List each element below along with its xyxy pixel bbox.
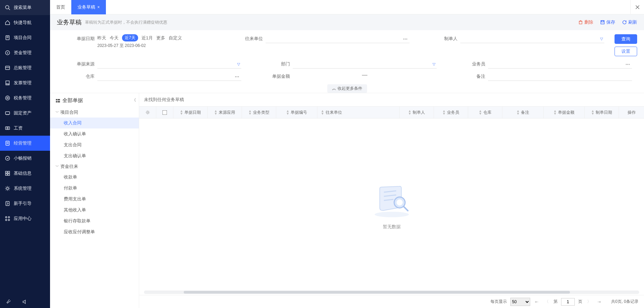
svg-rect-14: [5, 127, 10, 130]
sidebar-item-asset[interactable]: 固定资产: [0, 106, 50, 121]
filter-label-maker: 制单人: [420, 34, 458, 42]
category-item-payment[interactable]: 付款单: [50, 183, 139, 194]
close-icon[interactable]: ×: [97, 5, 100, 10]
svg-rect-7: [5, 66, 10, 70]
category-item-ar-ap-adjust[interactable]: 应收应付调整单: [50, 226, 139, 237]
sidebar-item-base-info[interactable]: 基础信息: [0, 166, 50, 181]
category-item-expense[interactable]: 费用支出单: [50, 194, 139, 205]
date-chip-custom[interactable]: 自定义: [169, 35, 182, 41]
sidebar-item-contract[interactable]: 项目合同: [0, 30, 50, 45]
more-icon[interactable]: ⋯: [625, 62, 631, 67]
date-chip-today[interactable]: 今天: [110, 35, 119, 41]
sidebar-item-label: 发票管理: [14, 80, 32, 86]
select-all-checkbox[interactable]: [156, 107, 173, 118]
column-header[interactable]: ▲▼制单人: [400, 107, 434, 118]
sort-icon: ▲▼: [286, 110, 290, 115]
chevron-down-icon[interactable]: ▽: [600, 37, 603, 41]
more-icon[interactable]: ⋯: [235, 74, 240, 79]
close-all-button[interactable]: [630, 0, 644, 14]
column-settings-button[interactable]: [139, 107, 156, 118]
category-item-expense-confirm[interactable]: 支出确认单: [50, 150, 139, 161]
chevron-down-icon[interactable]: ▽: [433, 62, 435, 66]
date-chip-1month[interactable]: 近1月: [142, 35, 153, 41]
prev-page-button[interactable]: 〈: [543, 299, 550, 305]
collapse-filters-button[interactable]: ︽ 收起更多条件: [327, 84, 367, 93]
horizontal-scrollbar[interactable]: [139, 289, 644, 295]
filter-label-remark: 备注: [448, 72, 485, 79]
amount-value: —: [293, 72, 437, 78]
sidebar-item-guide[interactable]: 新手引导: [0, 196, 50, 211]
per-page-select[interactable]: 50: [510, 298, 530, 306]
refresh-button[interactable]: 刷新: [622, 19, 637, 25]
column-header[interactable]: ▲▼制单日期: [585, 107, 619, 118]
source-input[interactable]: [97, 60, 241, 69]
tool-icon[interactable]: [6, 299, 12, 305]
category-item-income-confirm[interactable]: 收入确认单: [50, 128, 139, 139]
column-header[interactable]: ▲▼业务员: [434, 107, 468, 118]
tab-draft[interactable]: 业务草稿 ×: [71, 0, 106, 14]
column-header[interactable]: ▲▼来源应用: [208, 107, 242, 118]
date-chip-more[interactable]: 更多: [156, 35, 165, 41]
query-button[interactable]: 查询: [615, 34, 637, 44]
partner-input[interactable]: [266, 34, 410, 43]
date-chip-yesterday[interactable]: 昨天: [97, 35, 106, 41]
sidebar-item-salary[interactable]: 工资: [0, 121, 50, 136]
sidebar-item-fund[interactable]: ¥ 资金管理: [0, 45, 50, 60]
chevron-down-icon: ﹀: [56, 110, 59, 115]
svg-point-15: [7, 127, 8, 129]
tab-home[interactable]: 首页: [50, 0, 71, 14]
column-header[interactable]: ▲▼业务类型: [242, 107, 276, 118]
sidebar-item-invoice[interactable]: 发票管理: [0, 75, 50, 90]
category-item-income-contract[interactable]: 收入合同: [50, 118, 139, 128]
chevron-down-icon[interactable]: ▽: [237, 62, 240, 66]
category-item-bank-transfer[interactable]: 银行存取款单: [50, 215, 139, 226]
category-item-other-income[interactable]: 其他收入单: [50, 205, 139, 215]
delete-button[interactable]: 删除: [578, 19, 593, 25]
sidebar-item-system[interactable]: 系统管理: [0, 181, 50, 196]
warehouse-input[interactable]: [97, 72, 241, 81]
svg-rect-37: [56, 99, 57, 100]
document-icon: [5, 35, 10, 40]
main-area: 首页 业务草稿 × 业务草稿 草稿转为正式单据时，不会执行满赠促销优惠 删除: [50, 0, 644, 308]
maker-input[interactable]: [460, 34, 604, 43]
sidebar-item-tax[interactable]: 税务管理: [0, 90, 50, 106]
category-group-fund[interactable]: ﹀ 资金往来: [50, 161, 139, 172]
column-header[interactable]: ▲▼单据日期: [173, 107, 208, 118]
svg-point-19: [5, 156, 10, 160]
next-page-button[interactable]: 〉: [586, 299, 593, 305]
remark-input[interactable]: [488, 72, 632, 81]
sidebar-item-search[interactable]: 搜索菜单: [0, 0, 50, 15]
more-icon[interactable]: ⋯: [403, 36, 408, 41]
column-header[interactable]: ▲▼单据金额: [544, 107, 585, 118]
salesman-input[interactable]: [488, 60, 632, 69]
sidebar-item-label: 搜索菜单: [14, 4, 32, 11]
sidebar-item-reimburse[interactable]: 小畅报销: [0, 151, 50, 166]
svg-text:¥: ¥: [7, 51, 9, 54]
sort-icon: ▲▼: [479, 110, 482, 115]
sort-icon: ▲▼: [321, 110, 324, 115]
column-header[interactable]: ▲▼备注: [502, 107, 544, 118]
settings-button[interactable]: 设置: [615, 47, 637, 56]
column-header[interactable]: ▲▼往来单位: [317, 107, 400, 118]
sidebar-item-ledger[interactable]: 总账管理: [0, 60, 50, 75]
sidebar-item-business[interactable]: 经营管理: [0, 136, 50, 151]
category-item-receipt[interactable]: 收款单: [50, 172, 139, 183]
collapse-panel-button[interactable]: 《: [132, 97, 136, 103]
page-input[interactable]: [561, 298, 575, 306]
first-page-button[interactable]: ⇤: [534, 299, 540, 304]
invoice-icon: [5, 80, 10, 86]
sort-icon: ▲▼: [442, 110, 446, 115]
svg-point-47: [397, 199, 403, 206]
date-chip-7days[interactable]: 近7天: [122, 34, 138, 41]
dept-input[interactable]: [293, 60, 437, 69]
category-group-contract[interactable]: ﹀ 项目合同: [50, 107, 139, 118]
sidebar-item-shortcut[interactable]: 快捷导航: [0, 15, 50, 30]
sidebar-item-app-center[interactable]: 应用中心: [0, 211, 50, 226]
category-item-expense-contract[interactable]: 支出合同: [50, 139, 139, 150]
column-header[interactable]: ▲▼仓库: [468, 107, 502, 118]
save-button[interactable]: 保存: [600, 19, 615, 25]
sound-icon[interactable]: [22, 299, 27, 305]
filter-label-dept: 部门: [252, 60, 290, 67]
last-page-button[interactable]: ⇥: [596, 299, 602, 304]
column-header[interactable]: ▲▼单据编号: [276, 107, 317, 118]
